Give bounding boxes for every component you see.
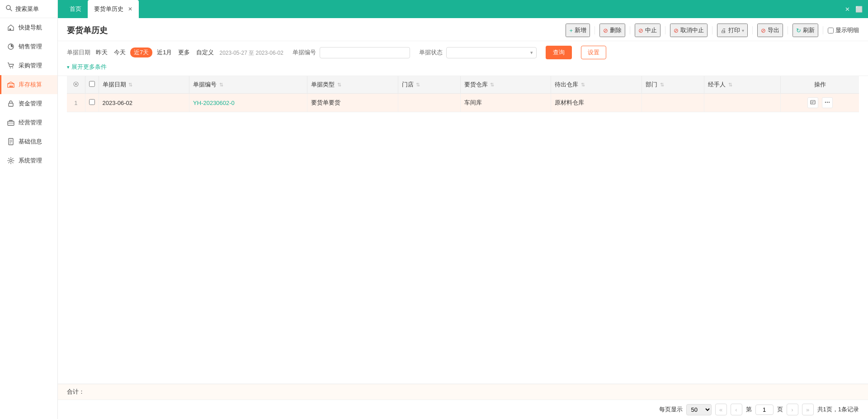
sort-pending-warehouse-icon[interactable]: ⇅ xyxy=(581,82,585,87)
last-page-button[interactable]: » xyxy=(802,404,814,415)
sort-store-icon[interactable]: ⇅ xyxy=(416,82,420,87)
main-table: 单据日期 ⇅ 单据编号 ⇅ 单据类型 ⇅ 门店 xyxy=(67,76,859,112)
tab-requisition-history-label: 要货单历史 xyxy=(94,5,123,13)
next-page-icon: › xyxy=(791,406,793,413)
prev-page-icon: ‹ xyxy=(735,406,737,413)
sidebar-item-operation[interactable]: 经营管理 xyxy=(0,113,57,132)
col-store: 门店 ⇅ xyxy=(398,76,460,94)
date-btn-custom[interactable]: 自定义 xyxy=(194,48,216,57)
footer-summary: 合计： xyxy=(58,384,868,400)
cancel-stop-button[interactable]: ⊘ 取消中止 xyxy=(670,24,708,37)
sidebar-item-basic-info[interactable]: 基础信息 xyxy=(0,132,57,151)
settings-button[interactable]: 设置 xyxy=(581,46,606,59)
export-button[interactable]: ⊘ 导出 xyxy=(757,24,783,37)
topbar-right: ✕ ⬜ xyxy=(845,6,863,13)
prev-page-button[interactable]: ‹ xyxy=(731,404,742,415)
tab-home[interactable]: 首页 xyxy=(63,0,88,18)
date-btn-today[interactable]: 今天 xyxy=(112,48,127,57)
first-page-button[interactable]: « xyxy=(715,404,727,415)
page-number-input[interactable] xyxy=(755,405,774,415)
sidebar-item-label: 基础信息 xyxy=(19,138,42,146)
sidebar-item-purchase[interactable]: 采购管理 xyxy=(0,56,57,75)
divider7 xyxy=(823,26,823,34)
print-button[interactable]: 🖨 打印 ▾ xyxy=(717,24,748,37)
row-view-button[interactable] xyxy=(807,97,818,108)
next-page-button[interactable]: › xyxy=(787,404,798,415)
toolbar: + 新增 ⊘ 删除 ⊘ 中止 ⊘ 取消中止 xyxy=(566,24,859,37)
page-size-select[interactable]: 10 20 50 100 xyxy=(686,404,712,415)
query-button[interactable]: 查询 xyxy=(546,46,572,59)
date-btn-last7days[interactable]: 近7天 xyxy=(130,48,152,57)
window-maximize-icon[interactable]: ⬜ xyxy=(855,6,863,13)
sort-order-no-icon[interactable]: ⇅ xyxy=(219,82,223,87)
select-all-checkbox[interactable] xyxy=(89,81,95,87)
sort-handler-icon[interactable]: ⇅ xyxy=(728,82,732,87)
date-btn-more[interactable]: 更多 xyxy=(176,48,192,57)
row-checkbox-cell[interactable] xyxy=(85,94,99,112)
col-handler-label: 经手人 xyxy=(708,81,726,88)
order-no-input[interactable] xyxy=(320,47,410,58)
sort-date-icon[interactable]: ⇅ xyxy=(128,82,132,87)
date-btn-yesterday[interactable]: 昨天 xyxy=(94,48,109,57)
col-req-warehouse: 要货仓库 ⇅ xyxy=(460,76,551,94)
refresh-label: 刷新 xyxy=(803,26,815,34)
row-more-button[interactable] xyxy=(822,97,833,108)
sidebar-item-label: 系统管理 xyxy=(19,157,42,165)
svg-rect-19 xyxy=(811,100,815,104)
new-icon: + xyxy=(569,27,573,34)
row-store xyxy=(398,94,460,112)
sidebar-item-quick-nav[interactable]: 快捷导航 xyxy=(0,18,57,37)
delete-button[interactable]: ⊘ 删除 xyxy=(599,24,625,37)
col-operation-label: 操作 xyxy=(814,81,826,88)
svg-rect-8 xyxy=(11,86,13,87)
sidebar-search[interactable]: 搜索菜单 xyxy=(0,0,57,18)
briefcase-icon xyxy=(7,119,15,127)
col-order-no-label: 单据编号 xyxy=(193,81,217,88)
svg-point-4 xyxy=(10,67,11,68)
settings-icon xyxy=(7,157,15,165)
status-input[interactable] xyxy=(446,47,537,58)
row-checkbox[interactable] xyxy=(89,99,95,105)
window-close-icon[interactable]: ✕ xyxy=(845,6,850,13)
display-detail-input[interactable] xyxy=(828,28,834,33)
sidebar-item-inventory[interactable]: 库存核算 xyxy=(0,75,57,94)
sidebar-item-finance[interactable]: 资金管理 xyxy=(0,94,57,113)
delete-icon: ⊘ xyxy=(603,27,608,34)
svg-rect-7 xyxy=(9,86,11,87)
table-select-all-col[interactable] xyxy=(85,76,99,94)
status-dropdown-icon[interactable]: ▾ xyxy=(530,50,533,56)
refresh-button[interactable]: ↻ 刷新 xyxy=(793,24,818,37)
sidebar-item-label: 采购管理 xyxy=(19,62,42,70)
col-type-label: 单据类型 xyxy=(311,81,335,88)
file-icon xyxy=(7,138,15,146)
lock-icon xyxy=(7,100,15,108)
new-button[interactable]: + 新增 xyxy=(566,24,590,37)
sort-type-icon[interactable]: ⇅ xyxy=(337,82,341,87)
tab-close-icon[interactable]: ✕ xyxy=(128,6,132,12)
sidebar-item-sales[interactable]: 销售管理 xyxy=(0,37,57,56)
date-btn-last1month[interactable]: 近1月 xyxy=(155,48,174,57)
row-order-no: YH-20230602-0 xyxy=(189,94,307,112)
expand-conditions-btn[interactable]: ▾ 展开更多条件 xyxy=(67,63,859,71)
status-filter-group: 单据状态 ▾ xyxy=(419,47,537,58)
tab-home-label: 首页 xyxy=(70,5,81,13)
table-row: 1 2023-06-02 YH-20230602-0 要货单要货 车间库 原材料… xyxy=(67,94,859,112)
print-icon: 🖨 xyxy=(721,27,726,34)
stop-button[interactable]: ⊘ 中止 xyxy=(635,24,660,37)
sidebar-item-label: 资金管理 xyxy=(19,100,42,108)
stop-label: 中止 xyxy=(645,26,657,34)
sort-department-icon[interactable]: ⇅ xyxy=(660,82,664,87)
row-order-link[interactable]: YH-20230602-0 xyxy=(193,100,235,106)
table-settings-col[interactable] xyxy=(67,76,85,94)
sort-req-warehouse-icon[interactable]: ⇅ xyxy=(490,82,494,87)
sidebar-item-system[interactable]: 系统管理 xyxy=(0,151,57,170)
view-icon xyxy=(810,100,816,106)
page-label: 第 xyxy=(746,405,752,414)
pagination-bar: 每页显示 10 20 50 100 « ‹ 第 页 › » 共1页，1条记录 xyxy=(58,400,868,419)
tab-requisition-history[interactable]: 要货单历史 ✕ xyxy=(88,0,139,18)
display-detail-checkbox[interactable]: 显示明细 xyxy=(828,26,859,34)
col-pending-warehouse-label: 待出仓库 xyxy=(555,81,578,88)
date-filter-label: 单据日期 xyxy=(67,48,90,57)
stop-icon: ⊘ xyxy=(638,27,643,34)
page-header: 要货单历史 + 新增 ⊘ 删除 ⊘ 中止 ⊘ xyxy=(58,18,868,41)
